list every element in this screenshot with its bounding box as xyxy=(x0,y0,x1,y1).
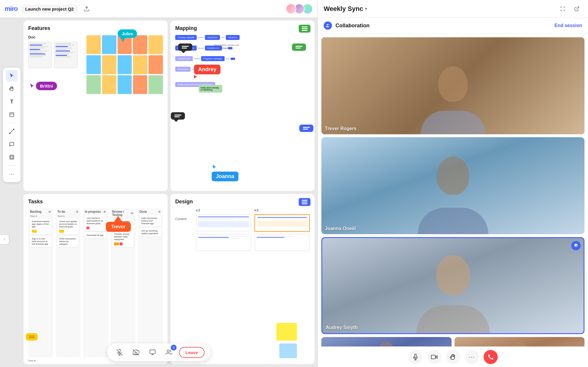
map-node-10: Professes xyxy=(175,67,191,72)
speaking-indicator xyxy=(571,241,581,250)
design-menu[interactable] xyxy=(299,198,310,206)
more-tools[interactable]: ··· xyxy=(6,168,18,180)
avatar-1[interactable] xyxy=(286,4,296,14)
jules-arrow xyxy=(121,38,125,42)
map-node-2: SaasTech xyxy=(205,35,220,40)
tasks-title: Tasks xyxy=(28,199,163,205)
sticky-13 xyxy=(118,75,132,94)
svg-rect-6 xyxy=(10,155,14,159)
design-v1-col: v.1 xyxy=(196,208,251,253)
team-a-label: Team A xyxy=(30,215,51,217)
kanban-card-3: Check and update account details on fina… xyxy=(57,218,79,234)
text-tool[interactable]: T xyxy=(6,96,18,108)
trevor-label: Trevor xyxy=(106,222,131,232)
mapping-menu[interactable] xyxy=(299,25,310,33)
joanna-video-card: Joanna Oneill xyxy=(321,137,584,234)
camera-button[interactable] xyxy=(130,346,143,359)
sticky-14 xyxy=(133,75,147,94)
note-icon-bottom[interactable] xyxy=(26,333,38,341)
design-frame-v2-1 xyxy=(254,214,310,232)
sticky-9 xyxy=(133,55,147,74)
canvas-area: miro Launch new project Q2 T xyxy=(0,0,318,367)
trever-body-sim xyxy=(421,111,485,134)
joanna-cursor: Joanna xyxy=(212,165,238,181)
brittni-cursor: Brittni xyxy=(29,82,57,90)
kanban-card-1: Download expired app: Appss of the app ⚡ xyxy=(30,218,51,234)
leave-button[interactable]: Leave xyxy=(179,347,205,358)
team-a-label-2: Team A xyxy=(57,215,79,217)
jules-video-card: Jules Hutton xyxy=(321,337,452,346)
panel-hand-button[interactable] xyxy=(446,350,460,364)
end-session-button[interactable]: End session xyxy=(554,23,582,28)
map-node-3: off-focus xyxy=(226,35,240,40)
map-connector-3 xyxy=(198,48,204,48)
fullscreen-button[interactable] xyxy=(557,4,568,14)
small-video-row: Jules Hutton You xyxy=(321,337,584,346)
left-toolbar: T ··· xyxy=(3,68,21,182)
audrey-video-bg xyxy=(322,238,584,333)
sticky-11 xyxy=(86,75,101,94)
svg-rect-7 xyxy=(11,156,13,158)
share-screen-button[interactable] xyxy=(146,346,159,359)
session-title-dropdown[interactable]: Weekly Sync ▼ xyxy=(324,5,368,13)
kanban-board: Backlog2 Team A Download expired app: Ap… xyxy=(28,208,163,358)
frame-tool[interactable] xyxy=(6,151,18,163)
sticky-tool[interactable] xyxy=(6,109,18,120)
svg-line-3 xyxy=(10,129,14,133)
panel-mic-button[interactable] xyxy=(408,350,422,364)
design-quadrant: Design Content v.1 xyxy=(171,194,315,364)
svg-point-13 xyxy=(167,350,169,352)
brittni-cursor-arrow xyxy=(29,83,35,89)
kanban-col-inprogress: In progress4 Link SaaTech authorizations… xyxy=(83,208,108,358)
collapse-sidebar-btn[interactable] xyxy=(0,235,9,244)
panel-title: Weekly Sync xyxy=(324,5,363,13)
dropdown-arrow-icon: ▼ xyxy=(364,7,368,11)
comment-tool[interactable] xyxy=(6,138,18,150)
collab-header: Collaboration End session xyxy=(318,18,588,34)
tasks-quadrant: Tasks Backlog2 Team A Download expired a… xyxy=(24,194,168,364)
joanna-video-row: Joanna Oneill xyxy=(321,137,584,234)
hand-tool[interactable] xyxy=(6,83,18,95)
design-sticky-yellow xyxy=(276,323,297,341)
stickies-area xyxy=(86,35,163,94)
jules-video-bg xyxy=(321,337,452,346)
bottom-toolbar: 5 Leave xyxy=(107,343,211,361)
jules-face-sim xyxy=(378,342,395,346)
trevor-cursor: Trevor xyxy=(106,216,131,232)
connector-tool[interactable] xyxy=(6,125,18,137)
sticky-10 xyxy=(148,55,163,74)
panel-end-call-button[interactable] xyxy=(484,350,498,364)
toolbar-sep-1 xyxy=(7,123,16,123)
cursor-tool[interactable] xyxy=(6,70,18,82)
design-frame-v1-2 xyxy=(196,234,251,251)
avatar-group xyxy=(288,4,313,14)
map-connector-2 xyxy=(221,37,225,38)
features-quadrant: Features Doc xyxy=(24,21,168,191)
svg-marker-18 xyxy=(435,356,437,358)
participants-count: 5 xyxy=(171,345,177,351)
external-link-button[interactable] xyxy=(572,4,582,14)
panel-more-button[interactable]: ··· xyxy=(465,350,479,364)
upload-button[interactable] xyxy=(81,4,92,14)
joanna-body-sim xyxy=(418,208,488,234)
doc-thumb-2 xyxy=(54,42,78,68)
trever-face-sim xyxy=(438,66,468,102)
trever-video-row: Trever Rogers xyxy=(321,37,584,134)
jules-label: Jules xyxy=(118,29,137,38)
sticky-7 xyxy=(102,55,116,74)
mute-button[interactable] xyxy=(113,346,126,359)
map-connector-1 xyxy=(198,37,204,38)
svg-rect-10 xyxy=(150,350,155,354)
jules-cursor: Jules xyxy=(118,29,137,42)
trevor-arrow-up xyxy=(114,216,122,222)
design-title: Design xyxy=(175,199,310,205)
right-panel: Weekly Sync ▼ Collaboration End session xyxy=(318,0,588,367)
leave-label: Leave xyxy=(186,350,198,355)
project-title[interactable]: Launch new project Q2 xyxy=(21,5,78,13)
map-connector-6 xyxy=(226,58,229,59)
andrey-label: Andrey xyxy=(194,65,220,74)
design-frame-v2-2 xyxy=(254,234,310,251)
collab-title: Collaboration xyxy=(335,23,370,29)
panel-camera-button[interactable] xyxy=(427,350,441,364)
kanban-col-review-header: Review / Testing2 xyxy=(112,210,134,217)
